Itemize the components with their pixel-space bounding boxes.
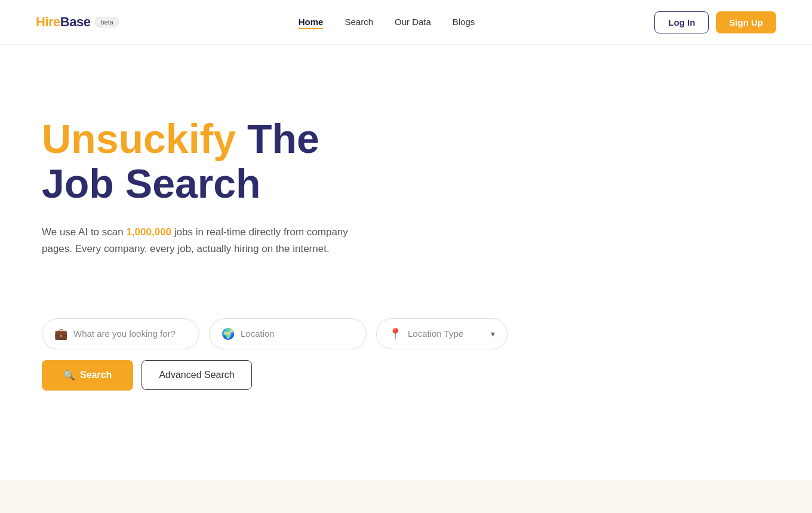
search-buttons-row: 🔍 Search Advanced Search: [42, 360, 770, 391]
location-type-select[interactable]: Location Type Any Remote On-site Hybrid: [408, 328, 485, 339]
hero-title-orange: Unsuckify: [42, 116, 236, 161]
nav-item-home[interactable]: Home: [299, 17, 324, 27]
hero-desc-before: We use AI to scan: [42, 226, 126, 238]
job-search-wrap[interactable]: 💼: [42, 318, 199, 349]
hero-title: Unsuckify TheJob Search: [42, 116, 376, 206]
search-button-label: Search: [80, 370, 112, 380]
globe-icon: 🌍: [222, 327, 235, 340]
location-type-dropdown[interactable]: 📍 Location Type Any Remote On-site Hybri…: [376, 318, 508, 349]
login-button[interactable]: Log In: [654, 11, 709, 33]
search-button[interactable]: 🔍 Search: [42, 360, 133, 391]
logo-hire: Hire: [36, 14, 60, 29]
bottom-strip: [0, 480, 812, 513]
nav-actions: Log In Sign Up: [654, 11, 776, 33]
advanced-search-button[interactable]: Advanced Search: [142, 360, 251, 390]
hero-section: Unsuckify TheJob Search We use AI to sca…: [0, 45, 418, 318]
navbar: HireBase beta Home Search Our Data Blogs…: [0, 0, 812, 45]
nav-link-blogs[interactable]: Blogs: [453, 17, 475, 27]
beta-badge: beta: [95, 17, 118, 27]
briefcase-icon: 💼: [54, 327, 67, 340]
nav-item-blogs[interactable]: Blogs: [453, 17, 475, 27]
search-inputs-row: 💼 🌍 📍 Location Type Any Remote On-site H…: [42, 318, 770, 349]
hero-count-highlight: 1,000,000: [126, 226, 171, 238]
nav-link-home[interactable]: Home: [299, 17, 324, 29]
job-search-input[interactable]: [73, 328, 187, 339]
logo-base: Base: [60, 14, 91, 29]
search-area: 💼 🌍 📍 Location Type Any Remote On-site H…: [0, 318, 812, 391]
location-search-input[interactable]: [241, 328, 354, 339]
search-icon: 🔍: [63, 370, 75, 381]
chevron-down-icon: ▾: [491, 329, 495, 339]
location-search-wrap[interactable]: 🌍: [209, 318, 367, 349]
logo-text: HireBase: [36, 14, 90, 30]
signup-button[interactable]: Sign Up: [716, 11, 776, 33]
hero-description: We use AI to scan 1,000,000 jobs in real…: [42, 224, 376, 257]
pin-icon: 📍: [389, 327, 402, 340]
nav-links: Home Search Our Data Blogs: [299, 17, 475, 27]
logo: HireBase beta: [36, 14, 119, 30]
nav-item-our-data[interactable]: Our Data: [395, 17, 431, 27]
nav-link-our-data[interactable]: Our Data: [395, 17, 431, 27]
nav-link-search[interactable]: Search: [345, 17, 373, 27]
nav-item-search[interactable]: Search: [345, 17, 373, 27]
